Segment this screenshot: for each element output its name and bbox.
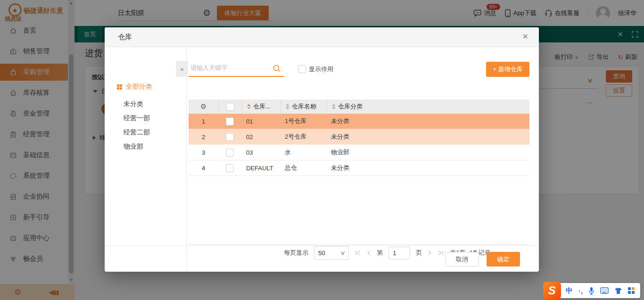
column-settings-cell[interactable]: ⚙	[189, 100, 219, 114]
table-row[interactable]: 1 01 1号仓库 未分类	[189, 114, 529, 129]
ime-toolbar: S 中 ·,	[547, 283, 640, 298]
row-checkbox[interactable]	[226, 133, 234, 141]
table-header-row: ⚙ 仓库... 仓库名称 仓库分类	[189, 100, 529, 114]
category-item[interactable]: 经营二部	[124, 128, 150, 137]
modal-title: 仓库	[118, 33, 132, 42]
confirm-button[interactable]: 确定	[487, 252, 520, 267]
app-window: 畅捷通好生意 精易版 首页 $ 销售管理 采购管理 库存核算 ¥ 资金管理	[0, 0, 644, 300]
sort-icon[interactable]	[332, 104, 336, 109]
warehouse-modal: 仓库 ✕ 全部分类 未分类 经营一部 经营二部 物业部 « 显示停用	[105, 27, 539, 272]
search-box	[189, 62, 284, 77]
ime-toolbox-grid-icon[interactable]	[628, 287, 635, 294]
search-input[interactable]	[190, 64, 271, 72]
keyboard-icon[interactable]	[600, 287, 609, 294]
microphone-icon[interactable]	[588, 287, 594, 295]
sort-icon[interactable]	[286, 104, 289, 109]
modal-controls: 显示停用 + 新增仓库	[189, 61, 529, 77]
row-checkbox[interactable]	[226, 117, 234, 125]
sort-asc-icon[interactable]	[247, 104, 251, 109]
column-settings-gear-icon[interactable]: ⚙	[200, 102, 206, 111]
modal-close-icon[interactable]: ✕	[522, 32, 528, 41]
shirt-skin-icon[interactable]	[614, 287, 622, 294]
add-warehouse-button[interactable]: + 新增仓库	[486, 62, 529, 77]
cancel-button[interactable]: 取消	[445, 252, 479, 267]
column-header-code[interactable]: 仓库...	[242, 100, 281, 114]
row-checkbox[interactable]	[226, 149, 234, 157]
select-all-checkbox[interactable]	[226, 103, 234, 111]
table-row[interactable]: 2 02 2号仓库 未分类	[189, 129, 529, 145]
modal-header: 仓库 ✕	[105, 27, 539, 47]
category-item[interactable]: 物业部	[124, 142, 143, 151]
category-item[interactable]: 未分类	[124, 100, 143, 108]
categories-grid-icon	[117, 84, 122, 90]
column-header-name[interactable]: 仓库名称	[281, 100, 327, 114]
show-disabled-toggle[interactable]: 显示停用	[298, 65, 333, 74]
ime-language-mode[interactable]: 中	[566, 286, 573, 295]
row-checkbox[interactable]	[226, 164, 234, 172]
search-icon[interactable]	[272, 64, 281, 73]
category-item[interactable]: 经营一部	[124, 114, 150, 123]
select-all-cell[interactable]	[219, 100, 242, 114]
plus-icon: +	[493, 66, 496, 73]
table-row[interactable]: 3 03 水 物业部	[189, 145, 529, 160]
all-categories[interactable]: 全部分类	[117, 83, 152, 91]
panel-collapse-button[interactable]: «	[176, 61, 188, 76]
sogou-logo-icon[interactable]: S	[543, 282, 561, 300]
modal-footer: 取消 确定	[105, 245, 539, 272]
show-disabled-checkbox[interactable]	[298, 65, 306, 73]
ime-punctuation-icon[interactable]: ·,	[578, 287, 583, 295]
table-row[interactable]: 4 DEFAULT 总仓 未分类	[189, 160, 529, 176]
warehouse-table: ⚙ 仓库... 仓库名称 仓库分类 1	[189, 100, 529, 176]
category-panel: 全部分类 未分类 经营一部 经营二部 物业部	[105, 47, 187, 272]
column-header-category[interactable]: 仓库分类	[327, 100, 529, 114]
